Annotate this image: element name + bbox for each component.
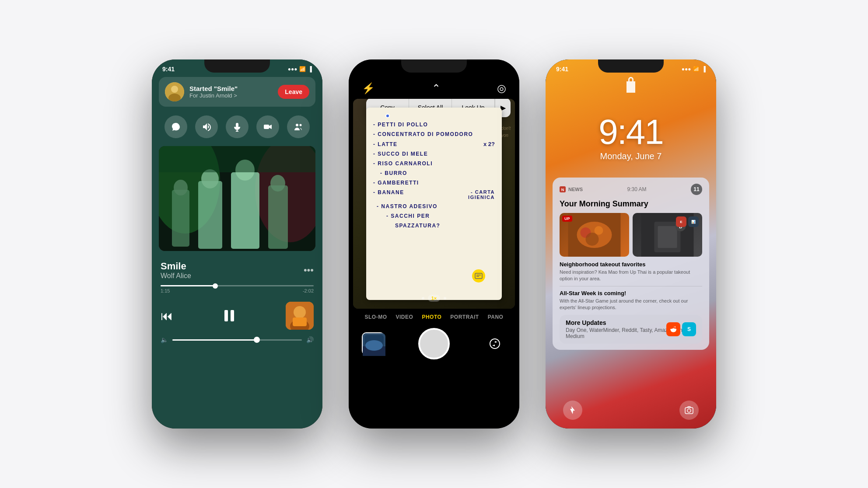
progress-thumb[interactable] xyxy=(213,283,218,289)
phone-3-background: 9:41 ●●● 📶 ▐ 9:41 xyxy=(546,59,716,429)
pause-button[interactable] xyxy=(214,300,245,331)
news-1-body: Need inspiration? Kea Mao from Up Thai i… xyxy=(560,269,702,282)
note-line-6: - BURRO xyxy=(373,170,495,176)
svg-rect-21 xyxy=(224,310,228,321)
rewind-button[interactable]: ⏮ xyxy=(161,309,173,323)
shareplay-header: Started "Smile" For Justin Arnold > Leav… xyxy=(159,77,315,107)
lock-time: 9:41 xyxy=(598,112,663,152)
mode-video[interactable]: VIDEO xyxy=(396,314,413,320)
phone-2-camera: ⚡ ⌃ ◎ don't yon Copy xyxy=(349,59,519,429)
svg-rect-3 xyxy=(236,123,238,127)
svg-rect-6 xyxy=(264,125,269,129)
news-card-2: All-Star Week is coming! With the All-St… xyxy=(560,290,702,311)
svg-point-8 xyxy=(300,124,302,126)
notification-source: N NEWS xyxy=(560,186,583,192)
mode-photo[interactable]: PHOTO xyxy=(422,314,441,320)
camera-button[interactable] xyxy=(679,401,699,420)
svg-text:N: N xyxy=(561,188,564,192)
notification-title: Your Morning Summary xyxy=(560,199,702,209)
lock-icon-area xyxy=(546,73,716,94)
leave-button[interactable]: Leave xyxy=(278,85,309,99)
svg-rect-13 xyxy=(198,181,222,249)
song-artist: Wolf Alice xyxy=(161,272,191,280)
progress-track[interactable] xyxy=(161,285,314,286)
shareplay-title: Started "Smile" xyxy=(189,85,273,92)
camera-bottom-controls xyxy=(349,324,519,368)
shareplay-info: Started "Smile" For Justin Arnold > xyxy=(189,85,273,99)
stats-icon: 📊 xyxy=(688,216,699,227)
svg-point-33 xyxy=(365,340,383,351)
photo-thumbnail[interactable] xyxy=(362,332,385,355)
progress-fill xyxy=(161,285,214,286)
phone-2-notch xyxy=(401,59,467,73)
phone-1-notch xyxy=(204,59,270,73)
phone-3-screen: 9:41 ●●● 📶 ▐ 9:41 xyxy=(546,59,716,429)
svg-rect-27 xyxy=(475,273,482,279)
album-art-inner xyxy=(159,146,315,251)
lock-signal-icon: ●●● xyxy=(682,66,691,72)
pin-dot xyxy=(385,114,390,118)
background-text: don't yon xyxy=(501,125,511,139)
mode-portrait[interactable]: PORTRAIT xyxy=(450,314,479,320)
phone-2-background: ⚡ ⌃ ◎ don't yon Copy xyxy=(349,59,519,429)
phone-1-screen: 9:41 ●●● 📶 ▐ xyxy=(152,59,322,429)
svg-rect-15 xyxy=(268,185,288,249)
news-image-2: B E 📊 xyxy=(633,213,702,257)
news-icons-overlay: E 📊 xyxy=(676,216,699,227)
video-button[interactable] xyxy=(256,115,279,138)
flash-button[interactable]: ⚡ xyxy=(362,82,375,94)
wifi-icon: 📶 xyxy=(299,66,306,72)
news-card-2-info: All-Star Week is coming! With the All-St… xyxy=(560,290,702,311)
note-line-8: - BANANE xyxy=(373,189,404,195)
phone-3-notch xyxy=(598,59,664,73)
song-title: Smile xyxy=(161,261,191,272)
note-line-10a: - SACCHI PER xyxy=(373,213,495,219)
shareplay-controls xyxy=(152,111,322,143)
message-button[interactable] xyxy=(164,115,187,138)
notification-time: 9:30 AM xyxy=(627,186,646,192)
svg-rect-20 xyxy=(159,146,315,172)
mic-button[interactable] xyxy=(226,115,248,138)
progress-bar-container[interactable]: 1:15 -2:02 xyxy=(152,282,322,297)
volume-track[interactable] xyxy=(172,339,302,341)
battery-icon: ▐ xyxy=(308,66,312,72)
mini-picture xyxy=(286,302,314,330)
playback-controls: ⏮ xyxy=(152,297,322,335)
notification-header: N NEWS 9:30 AM 11 xyxy=(560,184,702,195)
svg-rect-14 xyxy=(231,172,259,249)
note-line-2: - CONCENTRATO DI POMODORO xyxy=(373,131,495,137)
svg-rect-47 xyxy=(685,408,693,414)
note-line-igienica: IGIENICA xyxy=(468,195,495,200)
zoom-1x-badge[interactable]: 1× xyxy=(428,295,441,302)
album-art xyxy=(159,146,315,251)
mode-pano[interactable]: PANO xyxy=(488,314,504,320)
flip-camera-button[interactable] xyxy=(483,332,506,355)
people-button[interactable] xyxy=(287,115,310,138)
zoom-dot-5[interactable] xyxy=(422,297,424,300)
volume-bar: 🔈 🔊 xyxy=(152,335,322,345)
shutter-button[interactable] xyxy=(418,328,450,359)
more-options-button[interactable]: ••• xyxy=(304,265,314,276)
lock-wifi-icon: 📶 xyxy=(693,66,700,72)
phone-2-screen: ⚡ ⌃ ◎ don't yon Copy xyxy=(349,59,519,429)
volume-thumb[interactable] xyxy=(254,337,260,343)
shareplay-sub: For Justin Arnold > xyxy=(189,92,273,99)
live-photo-button[interactable]: ◎ xyxy=(497,82,506,94)
chevron-up-button[interactable]: ⌃ xyxy=(432,82,441,94)
mode-slo-mo[interactable]: SLO-MO xyxy=(365,314,387,320)
second-app-icon: S xyxy=(682,322,696,336)
time-labels: 1:15 -2:02 xyxy=(161,288,314,293)
x2-badge: x 2? xyxy=(483,141,495,147)
svg-point-40 xyxy=(586,233,599,246)
more-updates-card: More Updates Day One, WaterMinder, Reddi… xyxy=(560,315,702,344)
flashlight-button[interactable] xyxy=(563,401,582,420)
camera-viewfinder: don't yon Copy Select All Look Up ▶ xyxy=(353,99,515,309)
zoom-dot-2[interactable] xyxy=(444,297,446,300)
phone-1-background: 9:41 ●●● 📶 ▐ xyxy=(152,59,322,429)
live-text-button[interactable] xyxy=(472,269,485,282)
note-line-4: - SUCCO DI MELE xyxy=(373,151,495,157)
volume-button[interactable] xyxy=(195,115,218,138)
reddit-icon xyxy=(666,322,680,336)
news-1-title: Neighborhood takeout favorites xyxy=(560,261,702,268)
lock-status-time: 9:41 xyxy=(556,66,568,73)
